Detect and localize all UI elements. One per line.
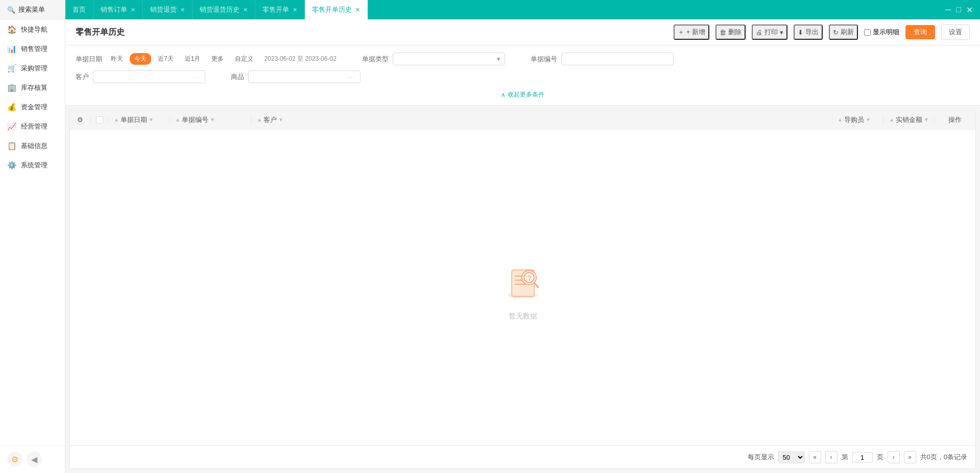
last-page-button[interactable]: » — [904, 451, 916, 463]
date-buttons: 昨天今天近7天近1月更多自定义 — [106, 53, 258, 65]
svg-text:?: ? — [528, 275, 531, 282]
number-filter: 单据编号 — [531, 53, 674, 65]
print-dropdown-icon: ▾ — [780, 29, 783, 36]
sidebar-label-operation-mgmt: 经营管理 — [21, 122, 47, 131]
sidebar-item-purchase-mgmt[interactable]: 🛒 采购管理 — [0, 59, 65, 78]
column-guide: ▲ 导购员 ▼ — [832, 115, 883, 125]
select-all-checkbox-header[interactable] — [90, 116, 109, 123]
delete-icon: 🗑 — [720, 29, 726, 36]
display-detail-toggle[interactable]: 显示明细 — [864, 28, 899, 37]
column-guide-label: 导购员 — [844, 115, 864, 125]
column-amount-label: 实销金额 — [896, 115, 922, 125]
type-dropdown-icon: ▾ — [497, 55, 500, 63]
prev-page-button[interactable]: ‹ — [825, 451, 838, 463]
minimize-button[interactable]: ─ — [945, 5, 951, 14]
goods-filter-label: 商品 — [231, 72, 244, 82]
sidebar-item-quick-nav[interactable]: 🏠 快捷导航 — [0, 20, 65, 39]
page-input[interactable] — [852, 452, 873, 463]
tab-sales-return[interactable]: 销货退货✕ — [143, 0, 193, 19]
sidebar-item-sales-mgmt[interactable]: 📊 销售管理 — [0, 39, 65, 59]
date-btn-自定义[interactable]: 自定义 — [230, 53, 258, 65]
sidebar-item-operation-mgmt[interactable]: 📈 经营管理 — [0, 117, 65, 136]
sort-asc-icon: ▲ — [257, 117, 262, 122]
print-icon: 🖨 — [756, 29, 762, 36]
sidebar-icon-quick-nav: 🏠 — [7, 25, 17, 34]
empty-text: 暂无数据 — [509, 312, 537, 321]
first-page-button[interactable]: « — [809, 451, 821, 463]
column-amount: ▲ 实销金额 ▼ — [883, 115, 935, 125]
sidebar-collapse-button[interactable]: ◀ — [27, 452, 42, 467]
type-select[interactable]: ▾ — [393, 53, 505, 65]
tab-close-sales-return[interactable]: ✕ — [180, 7, 185, 13]
page-suffix: 页 — [877, 453, 883, 462]
tab-label-retail-history: 零售开单历史 — [312, 5, 352, 14]
tab-retail-open[interactable]: 零售开单✕ — [255, 0, 305, 19]
sidebar-settings-button[interactable]: ⚙ — [7, 452, 22, 467]
goods-select[interactable]: ··· — [248, 70, 361, 83]
refresh-button[interactable]: ↻ 刷新 — [829, 24, 858, 40]
sidebar-icon-operation-mgmt: 📈 — [7, 122, 17, 131]
number-input[interactable] — [561, 53, 674, 65]
tab-label-sales-return-history: 销货退货历史 — [200, 5, 240, 14]
sidebar-item-basic-info[interactable]: 📋 基础信息 — [0, 136, 65, 156]
export-button[interactable]: ⬇ 导出 — [794, 24, 823, 40]
page-title: 零售开单历史 — [76, 27, 125, 38]
date-btn-近1月[interactable]: 近1月 — [180, 53, 205, 65]
tab-close-sales-return-history[interactable]: ✕ — [243, 7, 248, 13]
sidebar-label-quick-nav: 快捷导航 — [21, 25, 47, 34]
main-area: 首页销售订单✕销货退货✕销货退货历史✕零售开单✕零售开单历史✕ ─ □ ✕ 零售… — [65, 0, 980, 473]
date-range: 2023-06-02 至 2023-06-02 — [264, 55, 336, 63]
tab-home[interactable]: 首页 — [65, 0, 93, 19]
print-button[interactable]: 🖨 打印 ▾ — [752, 24, 787, 40]
maximize-button[interactable]: □ — [956, 5, 961, 14]
date-btn-更多[interactable]: 更多 — [207, 53, 228, 65]
column-customer-label: 客户 — [264, 115, 277, 125]
add-button[interactable]: ＋ + 新增 — [674, 24, 709, 40]
page-header: 零售开单历史 ＋ + 新增 🗑 删除 🖨 打印 ▾ ⬇ 导出 — [65, 19, 980, 45]
sort-desc-icon: ▼ — [924, 117, 929, 122]
delete-button[interactable]: 🗑 删除 — [715, 24, 746, 40]
date-btn-昨天[interactable]: 昨天 — [106, 53, 128, 65]
next-page-button[interactable]: › — [888, 451, 900, 463]
sidebar-search[interactable]: 🔍 搜索菜单 — [0, 0, 65, 20]
customer-dots: ··· — [192, 73, 201, 81]
sidebar-item-stock-calc[interactable]: 🏢 库存核算 — [0, 78, 65, 97]
tab-sales-order[interactable]: 销售订单✕ — [93, 0, 143, 19]
tab-close-retail-open[interactable]: ✕ — [293, 7, 297, 13]
collapse-bar[interactable]: ∧ 收起更多条件 — [76, 88, 970, 101]
customer-select[interactable]: ··· — [93, 70, 205, 83]
column-setting[interactable]: ⚙ — [70, 116, 90, 123]
goods-filter: 商品 ··· — [231, 70, 361, 83]
sidebar-item-system-mgmt[interactable]: ⚙️ 系统管理 — [0, 156, 65, 175]
display-detail-checkbox[interactable] — [864, 29, 871, 36]
customer-filter: 客户 ··· — [76, 70, 205, 83]
per-page-select[interactable]: 50 10 20 100 — [778, 452, 805, 463]
sidebar-item-finance-mgmt[interactable]: 💰 资金管理 — [0, 97, 65, 117]
column-date-label: 单据日期 — [121, 115, 147, 125]
tab-label-home: 首页 — [73, 5, 86, 14]
date-btn-近7天[interactable]: 近7天 — [153, 53, 178, 65]
tab-retail-history[interactable]: 零售开单历史✕ — [305, 0, 368, 19]
page-actions: ＋ + 新增 🗑 删除 🖨 打印 ▾ ⬇ 导出 ↻ — [674, 24, 970, 40]
query-button[interactable]: 查询 — [905, 25, 935, 39]
column-customer: ▲ 客户 ▼ — [252, 115, 832, 125]
tab-close-retail-history[interactable]: ✕ — [355, 7, 360, 13]
number-filter-label: 单据编号 — [531, 55, 557, 64]
tab-sales-return-history[interactable]: 销货退货历史✕ — [193, 0, 255, 19]
column-action-label: 操作 — [948, 115, 962, 125]
close-button[interactable]: ✕ — [966, 5, 973, 15]
sort-asc-icon: ▲ — [175, 117, 180, 122]
table-container: ⚙ ▲ 单据日期 ▼ ▲ 单据编号 ▼ ▲ 客户 ▼ — [69, 110, 976, 469]
goods-dots: ··· — [347, 73, 356, 81]
window-controls: ─ □ ✕ — [945, 5, 980, 15]
date-btn-今天[interactable]: 今天 — [130, 53, 151, 65]
sidebar-footer: ⚙ ◀ — [0, 445, 65, 473]
table-header: ⚙ ▲ 单据日期 ▼ ▲ 单据编号 ▼ ▲ 客户 ▼ — [70, 110, 975, 130]
sort-asc-icon: ▲ — [114, 117, 119, 122]
header-checkbox[interactable] — [96, 116, 103, 123]
svg-line-8 — [534, 283, 538, 287]
sidebar-label-system-mgmt: 系统管理 — [21, 161, 47, 170]
settings-button[interactable]: 设置 — [941, 24, 970, 40]
page-summary: 共0页，0条记录 — [920, 453, 967, 462]
tab-close-sales-order[interactable]: ✕ — [131, 7, 135, 13]
